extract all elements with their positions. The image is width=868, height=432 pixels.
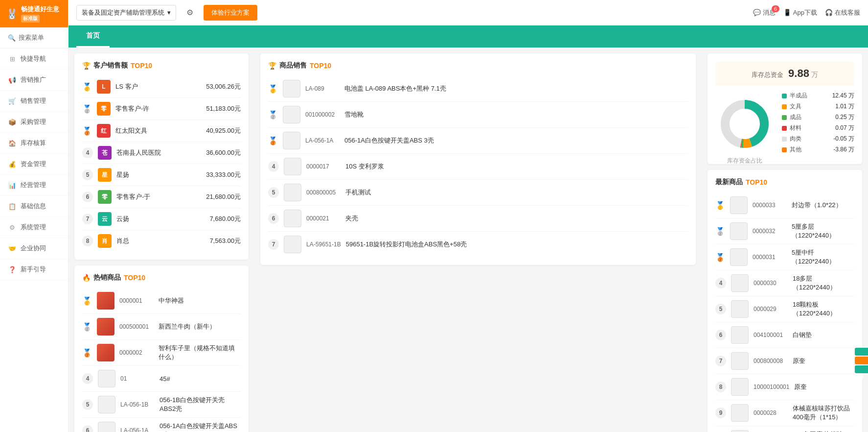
float-btn-community[interactable]: 服务社区 xyxy=(855,357,868,364)
float-btn-live[interactable]: 直播 xyxy=(855,365,868,373)
sidebar-item-basic-info[interactable]: 📋 基础信息 xyxy=(0,196,68,217)
legend-material: 材料 0.07 万 xyxy=(782,124,854,132)
bronze-medal-icon: 🥉 xyxy=(82,126,92,136)
new-products-title: 最新商品 TOP10 xyxy=(715,178,854,187)
sidebar-item-quick-nav[interactable]: ⊞ 快捷导航 xyxy=(0,48,68,70)
online-service-button[interactable]: 🎧 在线客服 xyxy=(825,8,860,17)
system-name: 装备及固定资产辅助管理系统 xyxy=(82,8,164,17)
new-rank-7: 7 xyxy=(715,356,726,366)
new-prod-img-1 xyxy=(730,196,748,214)
hot-product-code-1: 0000001 xyxy=(119,297,154,304)
tab-home[interactable]: 首页 xyxy=(76,25,110,48)
hot-product-code-3: 0000002 xyxy=(119,349,154,356)
chart-subtitle: 库存资金占比 xyxy=(715,157,774,165)
sidebar-item-finance[interactable]: 💰 资金管理 xyxy=(0,154,68,175)
app-download-button[interactable]: 📱 App下载 xyxy=(783,8,817,17)
new-rank-4: 4 xyxy=(715,278,726,288)
new-products-card: 最新商品 TOP10 🥇 0000033 封边带（1.0*22） 🥈 00000… xyxy=(708,170,862,432)
chevron-down-icon: ▾ xyxy=(167,9,171,16)
marketing-label: 营销推广 xyxy=(21,75,46,84)
customer-name-1: LS 客户 xyxy=(115,82,201,91)
prod-name-2: 雪地靴 xyxy=(344,110,688,119)
app-version: 标准版 xyxy=(21,15,40,23)
hot-rank-4: 4 xyxy=(82,373,93,384)
product-ranking-card: 🏆 商品销售 TOP10 🥇 LA-089 电池盖 LA-089 ABS本色+黑… xyxy=(260,53,696,265)
hot-product-code-6: LA-056-1A xyxy=(120,427,155,432)
new-prod-code-1: 0000033 xyxy=(753,202,787,209)
customer-amount-1: 53,006.26元 xyxy=(206,82,241,91)
new-product-2: 🥈 0000032 5厘多层（1220*2440） xyxy=(715,218,854,244)
sidebar-item-purchase[interactable]: 📦 采购管理 xyxy=(0,112,68,133)
prod-bronze-medal: 🥉 xyxy=(268,136,278,145)
sidebar-item-system[interactable]: ⚙ 系统管理 xyxy=(0,217,68,238)
inventory-icon: 🏠 xyxy=(8,139,17,147)
new-product-6: 6 004100001 白钢垫 xyxy=(715,322,854,348)
new-prod-name-6: 白钢垫 xyxy=(793,331,854,339)
float-btn-service[interactable]: 客服热线 xyxy=(855,348,868,356)
product-rank-4: 4 0000017 10S 变利罗浆 xyxy=(268,154,688,180)
new-prod-code-4: 0000030 xyxy=(754,280,788,287)
system-selector[interactable]: 装备及固定资产辅助管理系统 ▾ xyxy=(76,5,176,21)
svg-point-5 xyxy=(732,111,757,137)
customer-badge-3: 红 xyxy=(97,124,111,138)
new-prod-img-9 xyxy=(731,404,749,422)
customer-name-5: 星扬 xyxy=(116,170,201,179)
sidebar-item-operations[interactable]: 📊 经营管理 xyxy=(0,175,68,196)
search-icon: 🔍 xyxy=(8,34,16,42)
inventory-amount: 9.88 xyxy=(788,67,809,79)
product-rank-3: 🥉 LA-056-1A 056-1A白色按键开关盖ABS 3壳 xyxy=(268,128,688,154)
inventory-total: 库存总资金 9.88 万 xyxy=(715,61,854,86)
chart-area: 库存资金占比 半成品 12.45 万 文具 1.01 万 xyxy=(715,92,854,156)
sales-icon: 🛒 xyxy=(8,96,17,105)
new-prod-name-7: 原奎 xyxy=(793,357,854,365)
prod-code-7: LA-59651-1B xyxy=(306,241,341,248)
search-menu-button[interactable]: 🔍 搜索菜单 xyxy=(5,31,63,44)
prod-name-6: 夹壳 xyxy=(345,214,688,223)
product-ranking-title: 🏆 商品销售 TOP10 xyxy=(268,61,688,70)
hot-product-code-2: 000500001 xyxy=(119,323,154,330)
sidebar-item-marketing[interactable]: 📢 营销推广 xyxy=(0,70,68,91)
hot-icon: 🔥 xyxy=(82,274,91,282)
new-prod-name-1: 封边带（1.0*22） xyxy=(792,201,854,210)
new-silver-medal: 🥈 xyxy=(715,227,725,236)
new-prod-code-3: 0000031 xyxy=(753,254,787,261)
customer-rank-item-4: 4 苍 苍南县人民医院 36,600.00元 xyxy=(82,142,241,164)
sidebar-item-cooperation[interactable]: 🤝 企业协同 xyxy=(0,238,68,259)
new-prod-code-9: 0000028 xyxy=(754,409,788,416)
main-content: 装备及固定资产辅助管理系统 ▾ ⚙ 体验行业方案 💬 消息 6 📱 App下载 … xyxy=(69,0,868,432)
new-prod-name-4: 18多层（1220*2440） xyxy=(793,274,854,292)
hot-product-placeholder-5 xyxy=(98,396,115,413)
prod-name-4: 10S 变利罗浆 xyxy=(345,162,688,171)
customer-name-3: 红太阳文具 xyxy=(115,126,201,135)
settings-button[interactable]: ⚙ xyxy=(182,5,198,21)
prod-rank-num-6: 6 xyxy=(268,213,279,224)
legend-dot-finished xyxy=(782,115,787,120)
hot-product-3: 🥉 0000002 智利车子里（规格不知道填什么） xyxy=(82,340,241,366)
sidebar-item-sales[interactable]: 🛒 销售管理 xyxy=(0,91,68,112)
messages-button[interactable]: 💬 消息 6 xyxy=(753,8,776,17)
gold-medal-icon: 🥇 xyxy=(82,82,92,92)
float-buttons: 客服热线 服务社区 直播 xyxy=(855,348,868,373)
prod-name-3: 056-1A白色按键开关盖ABS 3壳 xyxy=(344,136,688,145)
online-service-label: 在线客服 xyxy=(835,8,860,17)
donut-chart: 库存资金占比 xyxy=(715,95,774,153)
prod-img-3 xyxy=(283,132,300,149)
new-prod-name-8: 原奎 xyxy=(794,383,854,391)
new-prod-name-10: 22g鱼豆腐·烧烤味（1*12*20） xyxy=(793,430,854,432)
customer-badge-4: 苍 xyxy=(98,146,112,160)
hot-product-name-5: 056-1B白色按键开关壳ABS2壳 xyxy=(160,396,241,413)
sidebar-item-inventory[interactable]: 🏠 库存核算 xyxy=(0,133,68,154)
legend-dot-material xyxy=(782,126,787,131)
sidebar-item-guide[interactable]: ❓ 新手引导 xyxy=(0,259,68,280)
prod-img-5 xyxy=(284,184,301,201)
finance-icon: 💰 xyxy=(8,160,17,168)
legend-dot-other xyxy=(782,147,787,152)
operations-label: 经营管理 xyxy=(21,181,46,190)
trial-button[interactable]: 体验行业方案 xyxy=(204,5,257,21)
new-prod-name-2: 5厘多层（1220*2440） xyxy=(792,222,854,240)
new-prod-img-8 xyxy=(731,378,749,396)
message-icon: 💬 xyxy=(753,9,761,16)
hot-products-title: 🔥 热销商品 TOP10 xyxy=(82,273,241,282)
purchase-label: 采购管理 xyxy=(21,118,46,126)
customer-badge-5: 星 xyxy=(98,168,112,182)
